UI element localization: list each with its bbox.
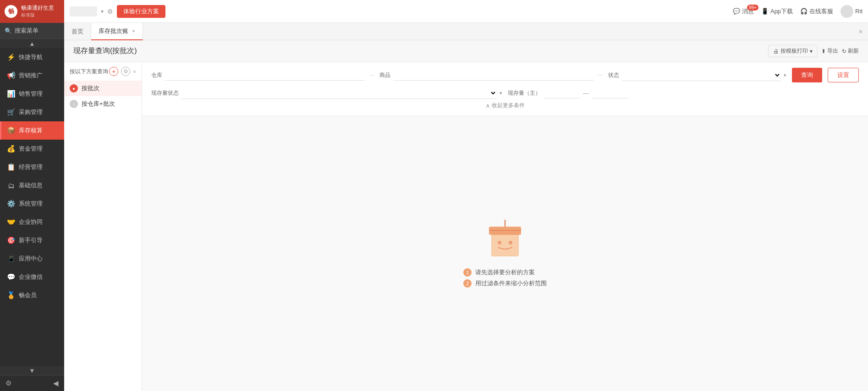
template-print-btn[interactable]: 🖨 按模板打印 ▾ <box>768 45 818 57</box>
headset-icon: 🎧 <box>800 8 808 15</box>
empty-hints: 1 请先选择要分析的方案 2 用过滤条件来缩小分析范围 <box>463 268 547 288</box>
app-logo: 畅 <box>5 5 17 18</box>
trial-button[interactable]: 体验行业方案 <box>117 5 165 18</box>
scroll-down-btn[interactable]: ▼ <box>0 366 64 375</box>
sidebar-item-inventory[interactable]: 📦 库存核算 <box>0 121 64 140</box>
sidebar-nav: ⚡ 快捷导航 📢 营销推广 📊 销售管理 🛒 采购管理 📦 库存核算 💰 资金管… <box>0 48 64 366</box>
sidebar-item-label: 库存核算 <box>19 126 43 135</box>
sidebar-item-label: 企业协同 <box>19 218 43 226</box>
printer-icon: 🖨 <box>773 48 779 54</box>
export-btn[interactable]: ⬆ 导出 <box>821 47 838 55</box>
filter-row-2: 现存量状态 ▾ 现存量（主） — <box>151 87 859 99</box>
tabbar: 首页 库存批次账 × × <box>64 23 868 40</box>
product-input[interactable] <box>393 70 593 81</box>
online-support-label: 在线客服 <box>809 7 833 16</box>
panel-items: ● 按批次 ○ 按仓库+批次 <box>64 79 142 114</box>
app-download-btn[interactable]: 📱 App下载 <box>761 7 793 16</box>
sidebar-item-label: 采购管理 <box>19 108 43 116</box>
dropdown-icon[interactable]: ▾ <box>101 8 104 15</box>
empty-illustration <box>482 220 528 261</box>
basics-icon: 🗂 <box>7 182 15 190</box>
message-icon: 💬 <box>733 8 740 15</box>
dropdown-inv-status-icon: ▾ <box>500 90 502 96</box>
purchase-icon: 🛒 <box>7 108 15 116</box>
status-select[interactable] <box>622 69 781 81</box>
warehouse-input[interactable] <box>165 70 365 81</box>
breadcrumb <box>70 6 97 16</box>
sidebar-item-wechat[interactable]: 💬 企业微信 <box>0 268 64 286</box>
query-btn[interactable]: 查询 <box>792 68 822 82</box>
sidebar-item-enterprise[interactable]: 🤝 企业协同 <box>0 213 64 231</box>
hint-1-text: 请先选择要分析的方案 <box>475 268 535 277</box>
sidebar-item-label: 销售管理 <box>19 90 43 98</box>
inventory-qty-from[interactable] <box>544 87 580 98</box>
sidebar-item-label: 基础信息 <box>19 181 43 190</box>
collapse-icon: ∧ <box>486 103 490 109</box>
svg-point-4 <box>509 241 512 244</box>
empty-hint-1: 1 请先选择要分析的方案 <box>463 268 547 277</box>
warehouse-filter: 仓库 ··· <box>151 70 374 81</box>
panel-settings-btn[interactable]: ⚙ <box>121 67 130 76</box>
sidebar-item-member[interactable]: 🏅 畅会员 <box>0 286 64 304</box>
empty-svg <box>482 220 528 261</box>
warehouse-more-btn[interactable]: ··· <box>369 72 374 78</box>
inventory-qty-to[interactable] <box>592 87 628 98</box>
tab-close-icon[interactable]: × <box>132 28 135 34</box>
user-area[interactable]: Rit <box>841 5 863 18</box>
newbie-icon: 🎯 <box>7 236 15 244</box>
tab-home-label: 首页 <box>71 27 83 36</box>
topbar-settings-icon[interactable]: ⚙ <box>107 8 113 15</box>
sidebar-item-apps[interactable]: 📱 应用中心 <box>0 250 64 268</box>
product-more-btn[interactable]: ··· <box>598 72 603 78</box>
dropdown-status-icon: ▾ <box>784 72 786 78</box>
app-company: 畅康通好生意 <box>21 5 54 12</box>
panel-item-by-warehouse-batch[interactable]: ○ 按仓库+批次 <box>64 96 142 112</box>
sidebar-item-purchase[interactable]: 🛒 采购管理 <box>0 103 64 121</box>
refresh-btn[interactable]: ↻ 刷新 <box>842 47 859 55</box>
apps-icon: 📱 <box>7 255 15 263</box>
page-header: 现存量查询(按批次) 🖨 按模板打印 ▾ ⬆ 导出 ↻ 刷新 <box>64 40 868 62</box>
sidebar-item-shortcuts[interactable]: ⚡ 快捷导航 <box>0 48 64 66</box>
filter-settings-btn[interactable]: 设置 <box>828 68 859 82</box>
hint-2-text: 用过滤条件来缩小分析范围 <box>475 279 547 288</box>
sidebar-item-basics[interactable]: 🗂 基础信息 <box>0 176 64 195</box>
panel-add-btn[interactable]: + <box>109 67 118 76</box>
panel-collapse-btn[interactable]: « <box>133 68 136 75</box>
app-edition: 标准版 <box>21 12 54 18</box>
page-actions: 🖨 按模板打印 ▾ ⬆ 导出 ↻ 刷新 <box>768 45 859 57</box>
inventory-status-select[interactable] <box>181 87 497 99</box>
username: Rit <box>855 8 863 15</box>
app-download-label: App下载 <box>770 7 793 16</box>
sidebar-item-label: 经营管理 <box>19 163 43 171</box>
svg-point-3 <box>498 241 501 244</box>
sidebar-item-system[interactable]: ⚙️ 系统管理 <box>0 195 64 213</box>
sidebar-item-label: 应用中心 <box>19 255 43 263</box>
filter-row-1: 仓库 ··· 商品 ··· 状态 <box>151 68 859 82</box>
tab-home[interactable]: 首页 <box>64 23 91 40</box>
content-area: 现存量查询(按批次) 🖨 按模板打印 ▾ ⬆ 导出 ↻ 刷新 <box>64 40 868 391</box>
tab-extra-close-icon[interactable]: × <box>859 28 863 35</box>
inventory-icon: 📦 <box>7 126 15 135</box>
tab-inventory-batch[interactable]: 库存批次账 × <box>91 23 143 40</box>
sidebar-item-label: 企业微信 <box>19 273 43 281</box>
export-icon: ⬆ <box>821 48 826 54</box>
scroll-up-btn[interactable]: ▲ <box>0 39 64 48</box>
shortcuts-icon: ⚡ <box>7 53 15 61</box>
wechat-icon: 💬 <box>7 273 15 281</box>
sidebar-item-newbie[interactable]: 🎯 新手引导 <box>0 231 64 250</box>
sidebar-search[interactable]: 🔍 搜索菜单 <box>0 23 64 39</box>
footer-toggle-icon[interactable]: ◀ <box>53 379 59 387</box>
messages-btn[interactable]: 💬 消息 99+ <box>733 7 754 16</box>
sidebar-item-marketing[interactable]: 📢 营销推广 <box>0 66 64 85</box>
collapse-more-btn[interactable]: ∧ 收起更多条件 <box>151 99 859 110</box>
panel-item-by-batch[interactable]: ● 按批次 <box>64 81 142 96</box>
online-support-btn[interactable]: 🎧 在线客服 <box>800 7 833 16</box>
topbar: ▾ ⚙ 体验行业方案 💬 消息 99+ 📱 App下载 🎧 在线客服 Rit <box>64 0 868 23</box>
footer-settings-icon[interactable]: ⚙ <box>5 379 11 387</box>
sidebar-item-sales[interactable]: 📊 销售管理 <box>0 85 64 103</box>
empty-state: 1 请先选择要分析的方案 2 用过滤条件来缩小分析范围 <box>142 116 868 391</box>
panel-title: 按以下方案查询 <box>70 68 108 76</box>
sidebar-item-label: 快捷导航 <box>19 53 43 61</box>
sidebar-item-operations[interactable]: 📋 经营管理 <box>0 158 64 176</box>
sidebar-item-finance[interactable]: 💰 资金管理 <box>0 140 64 158</box>
